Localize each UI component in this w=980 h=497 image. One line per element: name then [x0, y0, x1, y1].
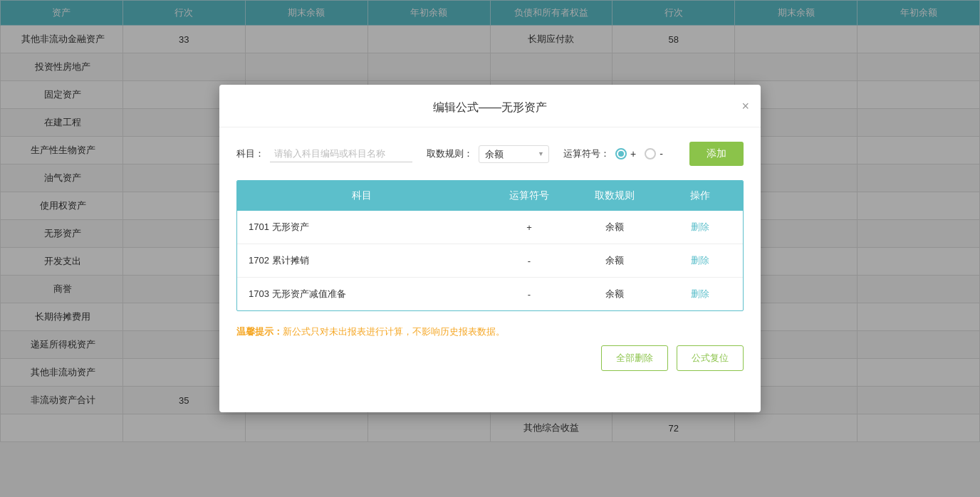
formula-row-3: 1703 无形资产减值准备 - 余额 删除 [237, 278, 743, 311]
warning-text: 新公式只对未出报表进行计算，不影响历史报表数据。 [283, 326, 505, 337]
delete-all-button[interactable]: 全部删除 [601, 345, 668, 371]
th-action: 操作 [657, 181, 743, 211]
rule-label: 取数规则： [427, 147, 473, 160]
formula-subject-3: 1703 无形资产减值准备 [237, 278, 486, 311]
modal-header: 编辑公式——无形资产 × [219, 85, 761, 127]
operator-plus-item[interactable]: + [615, 148, 636, 159]
operator-radio-group: + - [615, 148, 663, 159]
modal-overlay: 编辑公式——无形资产 × 科目： 取数规则： 余额 借方发生额 贷方发生额 借方… [0, 0, 980, 497]
subject-group: 科目： [236, 145, 412, 162]
edit-formula-modal: 编辑公式——无形资产 × 科目： 取数规则： 余额 借方发生额 贷方发生额 借方… [219, 85, 761, 412]
add-button[interactable]: 添加 [689, 142, 744, 166]
formula-rule-2: 余额 [572, 244, 657, 278]
formula-operator-2: - [486, 244, 572, 278]
rule-select[interactable]: 余额 借方发生额 贷方发生额 借方累计 贷方累计 [479, 145, 549, 163]
formula-subject-1: 1701 无形资产 [237, 211, 486, 244]
warning-prefix: 温馨提示： [236, 326, 283, 337]
delete-button-1[interactable]: 删除 [691, 221, 709, 232]
formula-table: 科目 运算符号 取数规则 操作 1701 无形资产 + 余额 删除 [237, 181, 743, 310]
formula-rule-3: 余额 [572, 278, 657, 311]
rule-select-wrap: 余额 借方发生额 贷方发生额 借方累计 贷方累计 [479, 145, 549, 163]
operator-minus-label: - [660, 148, 663, 159]
reset-formula-button[interactable]: 公式复位 [677, 345, 744, 371]
modal-close-button[interactable]: × [741, 100, 749, 113]
th-operator: 运算符号 [486, 181, 572, 211]
formula-action-1: 删除 [657, 211, 743, 244]
formula-row-1: 1701 无形资产 + 余额 删除 [237, 211, 743, 244]
subject-input[interactable] [270, 145, 412, 162]
operator-group: 运算符号： + - [563, 147, 663, 160]
operator-minus-item[interactable]: - [645, 148, 663, 159]
th-rule: 取数规则 [572, 181, 657, 211]
delete-button-2[interactable]: 删除 [691, 255, 709, 266]
formula-form: 科目： 取数规则： 余额 借方发生额 贷方发生额 借方累计 贷方累计 运算符号： [219, 127, 761, 180]
th-subject: 科目 [237, 181, 486, 211]
radio-minus-circle [645, 148, 656, 159]
subject-label: 科目： [236, 147, 264, 160]
formula-action-3: 删除 [657, 278, 743, 311]
formula-table-wrap: 科目 运算符号 取数规则 操作 1701 无形资产 + 余额 删除 [236, 180, 744, 311]
operator-plus-label: + [630, 148, 636, 159]
formula-operator-3: - [486, 278, 572, 311]
modal-title: 编辑公式——无形资产 [433, 101, 547, 113]
formula-operator-1: + [486, 211, 572, 244]
formula-rule-1: 余额 [572, 211, 657, 244]
radio-plus-circle [615, 148, 627, 159]
delete-button-3[interactable]: 删除 [691, 288, 709, 299]
formula-action-2: 删除 [657, 244, 743, 278]
modal-footer: 全部删除 公式复位 [219, 345, 761, 371]
formula-subject-2: 1702 累计摊销 [237, 244, 486, 278]
formula-row-2: 1702 累计摊销 - 余额 删除 [237, 244, 743, 278]
rule-group: 取数规则： 余额 借方发生额 贷方发生额 借方累计 贷方累计 [427, 145, 549, 163]
warning-section: 温馨提示：新公式只对未出报表进行计算，不影响历史报表数据。 [219, 311, 761, 345]
operator-label: 运算符号： [563, 147, 610, 160]
